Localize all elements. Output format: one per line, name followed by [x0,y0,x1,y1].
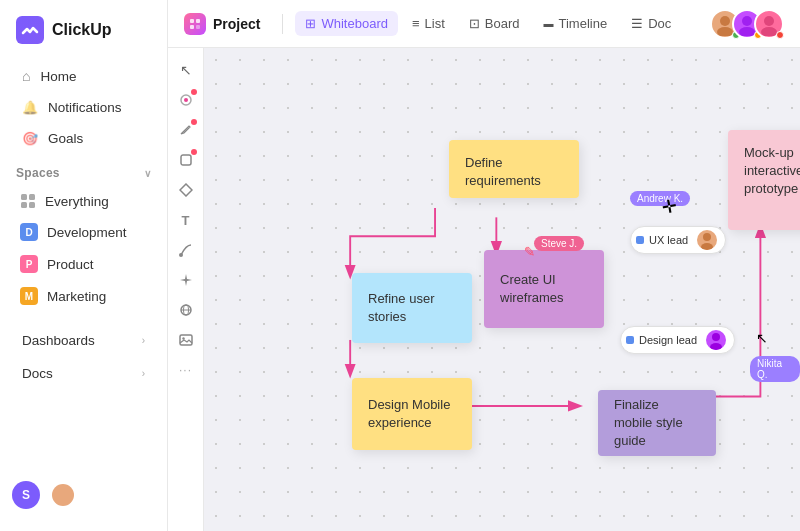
tool-globe[interactable] [172,296,200,324]
sidebar-item-goals[interactable]: 🎯 Goals [6,124,161,153]
tool-pencil[interactable] [172,116,200,144]
pill-avatar [706,330,726,350]
product-label: Product [47,257,94,272]
svg-point-9 [720,16,730,26]
header: Project ⊞ Whiteboard ≡ List ⊡ Board ▬ Ti… [168,0,800,48]
user-label-steve: Steve J. [534,236,584,251]
tab-board[interactable]: ⊡ Board [459,11,530,36]
tool-square[interactable] [172,146,200,174]
svg-point-14 [761,27,777,36]
tool-dot [191,89,197,95]
logo: ClickUp [0,12,167,60]
doc-icon: ☰ [631,16,643,31]
team-avatar [52,484,74,506]
role-label: UX lead [649,234,688,246]
tab-whiteboard[interactable]: ⊞ Whiteboard [295,11,397,36]
svg-rect-23 [180,335,192,345]
avatar-status-dot [776,31,784,39]
tab-list[interactable]: ≡ List [402,11,455,36]
sticky-text: Create UI wireframes [500,271,588,307]
card-mockup[interactable]: Mock-up interactive prototype [728,130,800,230]
sidebar-item-marketing[interactable]: M Marketing [6,281,161,311]
tool-sparkle[interactable] [172,266,200,294]
pill-ux-lead: UX lead [630,226,726,254]
sidebar-item-label: Goals [48,131,83,146]
role-label: Design lead [639,334,697,346]
tab-label: Whiteboard [321,16,387,31]
sticky-create-ui-wireframes[interactable]: Create UI wireframes [484,250,604,328]
svg-rect-4 [29,202,35,208]
chevron-right-icon: › [142,335,145,346]
pill-avatar [697,230,717,250]
sidebar-item-label: Home [40,69,76,84]
svg-point-26 [701,243,713,250]
cursor-arrow-icon: ↖ [756,330,768,346]
sticky-text: Define requirements [465,155,541,188]
board-icon: ⊡ [469,16,480,31]
svg-rect-1 [21,194,27,200]
bell-icon: 🔔 [22,100,38,115]
tool-dot [191,149,197,155]
tool-colorpicker[interactable] [172,86,200,114]
tool-cursor[interactable]: ↖ [172,56,200,84]
svg-rect-7 [190,25,194,29]
role-dot [636,236,644,244]
vertical-toolbar: ↖ T [168,48,204,531]
svg-rect-6 [196,19,200,23]
sidebar: ClickUp ⌂ Home 🔔 Notifications 🎯 Goals S… [0,0,168,531]
sidebar-item-notifications[interactable]: 🔔 Notifications [6,93,161,122]
sidebar-item-home[interactable]: ⌂ Home [6,61,161,91]
everything-grid-icon [20,193,36,209]
sidebar-item-everything[interactable]: Everything [6,187,161,215]
tab-label: Timeline [558,16,607,31]
project-header: Project [184,13,260,35]
docs-label: Docs [22,366,53,381]
svg-point-11 [742,16,752,26]
svg-marker-18 [180,184,192,196]
svg-rect-17 [181,155,191,165]
tool-connector[interactable] [172,236,200,264]
header-divider [282,14,283,34]
tab-timeline[interactable]: ▬ Timeline [533,11,617,36]
role-dot [626,336,634,344]
svg-point-27 [712,333,720,341]
sticky-define-requirements[interactable]: Define requirements [449,140,579,198]
sticky-finalize-mobile[interactable]: Finalize mobile style guide [598,390,716,456]
tool-text[interactable]: T [172,206,200,234]
svg-point-10 [717,27,733,36]
sidebar-item-docs[interactable]: Docs › [6,358,161,389]
sidebar-item-dashboards[interactable]: Dashboards › [6,325,161,356]
whiteboard-icon: ⊞ [305,16,316,31]
card-text: Mock-up interactive prototype [744,145,800,196]
sticky-text: Finalize mobile style guide [614,396,700,451]
whiteboard-area: ↖ T [168,48,800,531]
sticky-text: Design Mobile experience [368,396,456,432]
svg-point-16 [184,98,188,102]
sidebar-item-product[interactable]: P Product [6,249,161,279]
user-avatar[interactable]: S [12,481,40,509]
project-title: Project [213,16,260,32]
main-content: Project ⊞ Whiteboard ≡ List ⊡ Board ▬ Ti… [168,0,800,531]
pill-design-lead: Design lead [620,326,735,354]
user-label-nikita: Nikita Q. [750,356,800,382]
sidebar-footer: S [0,471,167,519]
svg-rect-3 [21,202,27,208]
user-label-andrew: Andrew K. [630,191,690,206]
tool-more[interactable]: ··· [172,356,200,384]
svg-point-12 [739,27,755,36]
marketing-icon: M [20,287,38,305]
whiteboard-canvas[interactable]: Define requirements Refine user stories … [204,48,800,531]
tab-label: Board [485,16,520,31]
sidebar-item-development[interactable]: D Development [6,217,161,247]
tab-doc[interactable]: ☰ Doc [621,11,681,36]
svg-point-28 [710,343,722,350]
sticky-refine-user-stories[interactable]: Refine user stories [352,273,472,343]
header-avatars [710,9,784,39]
sticky-design-mobile[interactable]: Design Mobile experience [352,378,472,450]
sidebar-item-label: Notifications [48,100,122,115]
tool-diamond[interactable] [172,176,200,204]
chevron-icon: ∨ [144,168,151,179]
tool-image[interactable] [172,326,200,354]
development-label: Development [47,225,127,240]
tab-label: List [425,16,445,31]
